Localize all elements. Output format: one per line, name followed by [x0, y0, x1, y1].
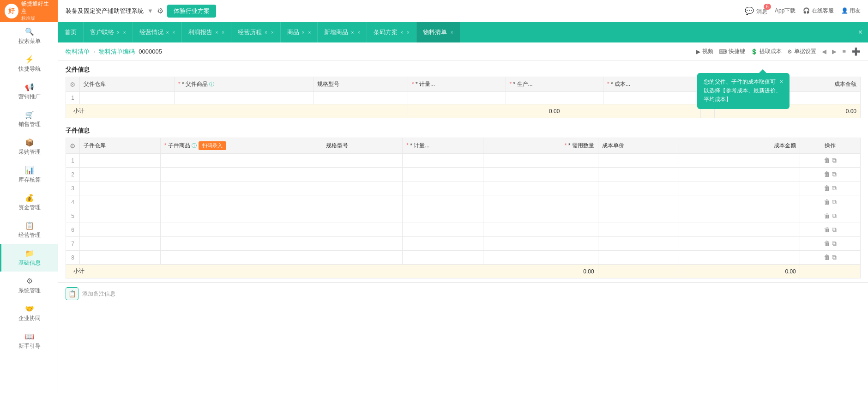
sidebar-item-guide[interactable]: 📖新手引导	[0, 327, 58, 355]
nav-close-all[interactable]: ×	[853, 22, 868, 42]
delete-btn-1[interactable]: 🗑	[824, 157, 830, 164]
tab-close-bom[interactable]: ×	[451, 30, 453, 35]
tab-arrow-customer[interactable]: ×	[117, 30, 120, 35]
sidebar-item-marketing[interactable]: 📢营销推广	[0, 78, 58, 105]
child-cell-warehouse-1[interactable]	[80, 154, 161, 168]
copy-btn-5[interactable]: ⧉	[832, 212, 837, 220]
child-cell-spec-1[interactable]	[322, 154, 403, 168]
child-cell-costprice-4[interactable]	[598, 195, 679, 209]
add-row-btn[interactable]: ➕	[851, 47, 861, 56]
tooltip-close-btn[interactable]: ×	[780, 78, 783, 86]
child-cell-unit-8[interactable]	[403, 251, 483, 265]
nav-tab-bom[interactable]: 物料清单×	[416, 22, 460, 42]
extract-cost-btn[interactable]: 💲 提取成本	[751, 48, 782, 55]
footer-note-icon[interactable]: 📋	[66, 287, 78, 300]
child-cell-costprice-7[interactable]	[598, 237, 679, 251]
child-cell-qty-8[interactable]	[497, 251, 598, 265]
nav-tab-customer[interactable]: 客户联络××	[84, 22, 133, 42]
child-cell-unit-4[interactable]	[403, 195, 483, 209]
delete-btn-2[interactable]: 🗑	[824, 170, 830, 178]
sidebar-item-search[interactable]: 🔍搜索菜单	[0, 22, 58, 50]
copy-btn-2[interactable]: ⧉	[832, 170, 837, 178]
view-video-btn[interactable]: ▶ 视频	[696, 48, 713, 55]
child-cell-goods-3[interactable]	[160, 181, 322, 195]
sidebar-item-operations[interactable]: 📋经营管理	[0, 216, 58, 244]
nav-tab-operations[interactable]: 经营情况××	[133, 22, 182, 42]
tab-close-profit[interactable]: ×	[222, 30, 224, 35]
child-cell-warehouse-4[interactable]	[80, 195, 161, 209]
child-cell-costamount-1[interactable]	[679, 154, 800, 168]
child-cell-qty-7[interactable]	[497, 237, 598, 251]
tab-arrow-profit[interactable]: ×	[215, 30, 218, 35]
tab-arrow-operations[interactable]: ×	[166, 30, 169, 35]
child-cell-goods-2[interactable]	[160, 168, 322, 181]
parent-cell-spec-1[interactable]	[313, 92, 408, 104]
dropdown-icon[interactable]: ▼	[147, 7, 153, 14]
child-cell-unit-5[interactable]	[403, 209, 483, 223]
breadcrumb-code-label[interactable]: 物料清单编码	[99, 48, 135, 56]
child-cell-goods-8[interactable]	[160, 251, 322, 265]
breadcrumb-bom[interactable]: 物料清单	[66, 48, 90, 56]
nav-tab-profit[interactable]: 利润报告××	[182, 22, 231, 42]
child-cell-unit-7[interactable]	[403, 237, 483, 251]
tab-arrow-goods[interactable]: ×	[302, 30, 305, 35]
child-cell-costamount-4[interactable]	[679, 195, 800, 209]
delete-btn-8[interactable]: 🗑	[824, 254, 830, 261]
child-cell-warehouse-3[interactable]	[80, 181, 161, 195]
child-cell-costprice-1[interactable]	[598, 154, 679, 168]
child-th-settings[interactable]: ⚙	[66, 138, 80, 154]
sidebar-item-inventory[interactable]: 📊库存核算	[0, 161, 58, 188]
child-cell-goods-5[interactable]	[160, 209, 322, 223]
gear-icon[interactable]: ⚙	[157, 6, 163, 15]
copy-btn-8[interactable]: ⧉	[832, 254, 837, 261]
child-cell-goods-4[interactable]	[160, 195, 322, 209]
delete-btn-4[interactable]: 🗑	[824, 198, 830, 206]
nav-tab-goods[interactable]: 商品××	[281, 22, 318, 42]
child-cell-warehouse-2[interactable]	[80, 168, 161, 181]
child-cell-qty-1[interactable]	[497, 154, 598, 168]
nav-tab-home[interactable]: 首页	[58, 22, 84, 42]
message-icon[interactable]: 💬 6 消息	[745, 6, 767, 16]
child-cell-costprice-8[interactable]	[598, 251, 679, 265]
copy-btn-7[interactable]: ⧉	[832, 240, 837, 248]
child-cell-costamount-2[interactable]	[679, 168, 800, 181]
parent-cell-warehouse-1[interactable]	[80, 92, 175, 104]
copy-btn-4[interactable]: ⧉	[832, 198, 837, 206]
child-cell-qty-2[interactable]	[497, 168, 598, 181]
child-cell-qty-4[interactable]	[497, 195, 598, 209]
child-cell-costamount-8[interactable]	[679, 251, 800, 265]
trial-btn[interactable]: 体验行业方案	[167, 5, 216, 18]
child-cell-spec-4[interactable]	[322, 195, 403, 209]
delete-btn-5[interactable]: 🗑	[824, 212, 830, 220]
nav-tab-history[interactable]: 经营历程××	[231, 22, 281, 42]
user-avatar[interactable]: 👤 用友	[841, 7, 861, 15]
child-cell-spec-6[interactable]	[322, 223, 403, 237]
tab-close-goods[interactable]: ×	[308, 30, 311, 35]
child-cell-qty-5[interactable]	[497, 209, 598, 223]
tab-close-operations[interactable]: ×	[173, 30, 175, 35]
nav-next-btn[interactable]: ▶	[832, 48, 837, 55]
parent-th-settings[interactable]: ⚙	[66, 77, 80, 92]
tab-arrow-barcode[interactable]: ×	[400, 30, 403, 35]
child-cell-unit-1[interactable]	[403, 154, 483, 168]
child-cell-unit-3[interactable]	[403, 181, 483, 195]
grid-view-btn[interactable]: ≡	[842, 48, 846, 55]
single-settings-btn[interactable]: ⚙ 单据设置	[787, 48, 816, 55]
child-cell-warehouse-7[interactable]	[80, 237, 161, 251]
tab-arrow-history[interactable]: ×	[265, 30, 267, 35]
child-cell-goods-1[interactable]	[160, 154, 322, 168]
child-cell-costamount-6[interactable]	[679, 223, 800, 237]
copy-btn-6[interactable]: ⧉	[832, 226, 837, 234]
child-cell-spec-5[interactable]	[322, 209, 403, 223]
tab-close-customer[interactable]: ×	[123, 30, 126, 35]
child-cell-costprice-5[interactable]	[598, 209, 679, 223]
nav-tab-barcode[interactable]: 条码方案××	[367, 22, 416, 42]
child-cell-spec-2[interactable]	[322, 168, 403, 181]
sidebar-item-finance[interactable]: 💰资金管理	[0, 188, 58, 216]
child-cell-warehouse-6[interactable]	[80, 223, 161, 237]
delete-btn-3[interactable]: 🗑	[824, 184, 830, 192]
online-service[interactable]: 🎧 在线客服	[803, 7, 833, 15]
child-cell-unit-6[interactable]	[403, 223, 483, 237]
nav-tab-new-goods[interactable]: 新增商品××	[318, 22, 367, 42]
child-cell-costprice-3[interactable]	[598, 181, 679, 195]
